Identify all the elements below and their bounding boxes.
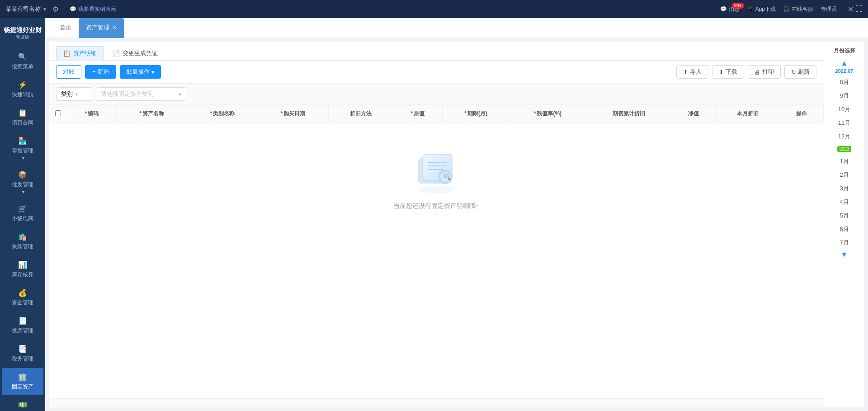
subtab-asset-detail-label: 资产明细 xyxy=(73,49,97,57)
sidebar-item-label: 库存核算 xyxy=(12,271,33,279)
category-type-select[interactable]: 类别 ▾ xyxy=(56,87,92,101)
tab-asset-label: 资产管理 xyxy=(86,24,109,32)
checkbox-header[interactable] xyxy=(49,105,67,123)
refresh-button[interactable]: ↻ 刷新 xyxy=(784,65,816,79)
month-up-button[interactable]: ▲ xyxy=(837,58,852,68)
sidebar-item-search[interactable]: 🔍 搜索菜单 xyxy=(2,48,43,75)
sidebar-item-label: 采购管理 xyxy=(12,243,33,250)
online-service-button[interactable]: 🎧 在线客服 xyxy=(783,5,813,13)
app-download-button[interactable]: 📱 App下载 xyxy=(747,5,776,13)
tab-home-label: 首页 xyxy=(60,24,71,32)
sidebar-item-fixed-assets[interactable]: 🏢 固定资产 xyxy=(2,368,43,395)
sidebar-item-label: 搜索菜单 xyxy=(12,63,33,71)
month-5[interactable]: 5月 xyxy=(824,209,864,222)
sidebar-item-label: 批发管理 xyxy=(12,181,33,189)
filter-placeholder: 请选择固定资产类别 xyxy=(101,90,154,98)
sidebar-item-label: 小畅电商 xyxy=(12,215,33,222)
message-button[interactable]: 💬 消息 99+ xyxy=(720,5,740,13)
month-10[interactable]: 10月 xyxy=(824,103,864,116)
add-button[interactable]: + 新增 xyxy=(85,65,116,79)
month-6[interactable]: 6月 xyxy=(824,222,864,236)
select-all-checkbox[interactable] xyxy=(55,110,61,116)
svg-point-0 xyxy=(418,186,454,193)
sidebar-item-purchase[interactable]: 🛍️ 采购管理 xyxy=(2,228,43,255)
top-bar: 某某公司名称 ▼ ⚙ 💬 我要看实例演示 💬 消息 99+ 📱 App下载 🎧 … xyxy=(0,0,868,18)
sidebar-item-contract[interactable]: 📋 项目合同 xyxy=(2,104,43,131)
batch-button[interactable]: 批量操作 ▾ xyxy=(120,65,161,79)
tab-close-icon[interactable]: ✕ xyxy=(112,24,117,31)
empty-text: 当前您还没有固定资产明细哦~ xyxy=(393,202,479,210)
month-9[interactable]: 9月 xyxy=(824,89,864,103)
chevron-right-icon: ▾ xyxy=(22,189,24,194)
th-operation: 操作 xyxy=(780,105,823,123)
print-button[interactable]: 🖨 打印 xyxy=(748,65,781,79)
tab-home[interactable]: 首页 xyxy=(52,18,79,38)
purchase-icon: 🛍️ xyxy=(18,232,27,241)
month-down-button[interactable]: ▼ xyxy=(837,250,852,260)
category-filter-input[interactable]: 请选择固定资产类别 ▾ xyxy=(96,87,186,101)
close-panel-icon[interactable]: ✕ xyxy=(848,5,854,14)
tab-asset-management[interactable]: 资产管理 ✕ xyxy=(79,18,124,38)
import-button[interactable]: ⬆ 导入 xyxy=(676,65,708,79)
toolbar: 对账 + 新增 批量操作 ▾ ⬆ 导入 ⬇ 下载 xyxy=(49,61,824,84)
building-icon: 🏢 xyxy=(18,373,27,381)
payroll-icon: 💵 xyxy=(18,401,27,409)
settings-icon[interactable]: ⚙ xyxy=(52,5,59,14)
th-period: *期限(月) xyxy=(442,105,509,123)
inner-content: 📋 资产明细 📄 变更生成凭证 对账 + 新增 批量操作 ▾ xyxy=(49,42,824,407)
sidebar-item-finance[interactable]: 💰 资金管理 xyxy=(2,284,43,311)
inventory-icon: 📊 xyxy=(18,260,27,269)
current-year-label[interactable]: 2022.07 xyxy=(835,68,854,74)
month-panel: 月份选择 ▲ 2022.07 8月 9月 10月 11月 12月 2023 1月… xyxy=(824,42,864,407)
maximize-icon[interactable]: ⛶ xyxy=(855,5,863,13)
th-asset-name: *资产名称 xyxy=(117,105,187,123)
sidebar-item-ecommerce[interactable]: 🛒 小畅电商 xyxy=(2,200,43,227)
reconcile-button[interactable]: 对账 xyxy=(56,65,81,79)
sidebar-item-retail[interactable]: 🏪 零售管理 ▾ xyxy=(2,132,43,165)
chevron-down-icon: ▼ xyxy=(42,7,47,12)
month-12[interactable]: 12月 xyxy=(824,130,864,143)
sidebar-item-label: 固定资产 xyxy=(12,383,33,391)
month-1[interactable]: 1月 xyxy=(824,155,864,168)
th-residual-rate: *残值率(%) xyxy=(509,105,586,123)
brand: 畅捷通好业财 专业版 xyxy=(0,22,45,47)
sidebar-item-label: 发票管理 xyxy=(12,327,33,335)
subtab-change-voucher[interactable]: 📄 变更生成凭证 xyxy=(105,46,165,60)
invoice-icon: 🧾 xyxy=(18,317,27,325)
empty-illustration: 🔍 xyxy=(409,150,463,195)
sidebar-item-tax[interactable]: 📑 税务管理 xyxy=(2,340,43,367)
month-2[interactable]: 2月 xyxy=(824,168,864,182)
company-selector[interactable]: 某某公司名称 ▼ xyxy=(5,5,47,13)
tax-icon: 📑 xyxy=(18,345,27,353)
download-button[interactable]: ⬇ 下载 xyxy=(712,65,744,79)
retail-icon: 🏪 xyxy=(18,137,27,145)
th-code: *编码 xyxy=(67,105,117,123)
subtab-change-voucher-label: 变更生成凭证 xyxy=(123,49,158,57)
finance-icon: 💰 xyxy=(18,288,27,297)
sidebar-item-label: 税务管理 xyxy=(12,355,33,363)
horizontal-scrollbar[interactable] xyxy=(49,398,824,407)
wholesale-icon: 📦 xyxy=(18,170,27,179)
import-icon: ⬆ xyxy=(683,69,688,76)
month-8[interactable]: 8月 xyxy=(824,76,864,89)
message-icon: 💬 xyxy=(720,6,727,12)
tab-bar: 首页 资产管理 ✕ xyxy=(45,18,868,38)
sidebar-item-wholesale[interactable]: 📦 批发管理 ▾ xyxy=(2,166,43,199)
month-4[interactable]: 4月 xyxy=(824,195,864,209)
th-original-value: *原值 xyxy=(393,105,442,123)
subtab-asset-detail[interactable]: 📋 资产明细 xyxy=(56,46,104,60)
th-category-name: *类别名称 xyxy=(187,105,258,123)
month-3[interactable]: 3月 xyxy=(824,182,864,195)
brand-sub: 专业版 xyxy=(4,34,42,40)
toolbar-right: ⬆ 导入 ⬇ 下载 🖨 打印 ↻ 刷新 xyxy=(676,65,816,79)
batch-label: 批量操作 xyxy=(126,68,150,76)
sidebar-item-payroll[interactable]: 💵 工资 xyxy=(2,396,43,411)
sidebar-item-quicknav[interactable]: ⚡ 快捷导航 xyxy=(2,76,43,103)
search-icon: 🔍 xyxy=(18,52,27,61)
demo-link[interactable]: 💬 我要看实例演示 xyxy=(70,5,116,13)
user-profile[interactable]: 管理员 xyxy=(821,5,837,13)
month-7[interactable]: 7月 xyxy=(824,236,864,250)
month-11[interactable]: 11月 xyxy=(824,116,864,130)
sidebar-item-inventory[interactable]: 📊 库存核算 xyxy=(2,256,43,283)
sidebar-item-invoice[interactable]: 🧾 发票管理 xyxy=(2,312,43,339)
